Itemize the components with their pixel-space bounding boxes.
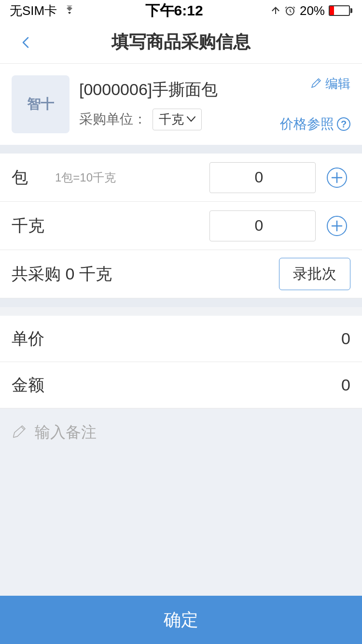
total-text: 共采购 0 千克 <box>12 263 112 285</box>
kg-label: 千克 <box>12 215 50 237</box>
package-input[interactable] <box>209 162 316 193</box>
unit-label: 采购单位： <box>79 110 147 128</box>
edit-icon <box>310 78 322 90</box>
chevron-down-icon <box>187 116 195 122</box>
location-icon <box>271 6 280 15</box>
status-time: 下午6:12 <box>145 1 203 21</box>
amount-label: 金额 <box>12 374 44 396</box>
unit-select-button[interactable]: 千克 <box>153 109 202 130</box>
amount-value: 0 <box>341 376 350 394</box>
product-thumbnail: 智十 <box>12 75 70 133</box>
status-carrier: 无SIM卡 <box>10 2 77 19</box>
carrier-text: 无SIM卡 <box>10 2 57 19</box>
status-right: 20% <box>271 3 352 18</box>
kg-input-wrap <box>209 210 350 241</box>
battery-icon <box>329 5 352 16</box>
status-bar: 无SIM卡 下午6:12 20% <box>0 0 362 21</box>
edit-button[interactable]: 编辑 <box>310 75 350 92</box>
amount-row: 金额 0 <box>0 362 362 408</box>
section-divider-1 <box>0 145 362 154</box>
battery-percent: 20% <box>300 3 325 18</box>
total-amount: 0 <box>65 265 74 283</box>
total-row: 共采购 0 千克 录批次 <box>0 250 362 298</box>
package-label: 包 <box>12 167 50 189</box>
page-title: 填写商品采购信息 <box>41 30 321 54</box>
alarm-icon <box>284 5 296 16</box>
package-plus-button[interactable] <box>323 164 350 191</box>
unit-price-row: 单价 0 <box>0 316 362 362</box>
batch-record-button[interactable]: 录批次 <box>279 258 350 290</box>
unit-price-label: 单价 <box>12 328 44 350</box>
back-button[interactable] <box>12 28 41 57</box>
package-sublabel: 1包=10千克 <box>55 170 209 185</box>
section-divider-2 <box>0 298 362 307</box>
kg-input[interactable] <box>209 210 316 241</box>
confirm-button[interactable]: 确定 <box>0 596 362 644</box>
kg-input-row: 千克 <box>0 202 362 250</box>
input-section: 包 1包=10千克 千克 <box>0 154 362 298</box>
wifi-icon <box>62 5 77 16</box>
remark-placeholder: 输入备注 <box>35 422 97 443</box>
help-icon: ? <box>337 117 350 131</box>
package-input-wrap <box>209 162 350 193</box>
unit-price-value: 0 <box>341 329 350 348</box>
price-reference-button[interactable]: 价格参照 ? <box>280 115 350 133</box>
pencil-icon <box>12 424 27 439</box>
price-section: 单价 0 金额 0 <box>0 316 362 408</box>
nav-bar: 填写商品采购信息 <box>0 21 362 64</box>
product-card: 智十 [0000006]手撕面包 采购单位： 千克 编辑 价格参照 <box>0 64 362 145</box>
package-input-row: 包 1包=10千克 <box>0 154 362 202</box>
kg-plus-button[interactable] <box>323 212 350 239</box>
remark-section[interactable]: 输入备注 <box>0 408 362 602</box>
